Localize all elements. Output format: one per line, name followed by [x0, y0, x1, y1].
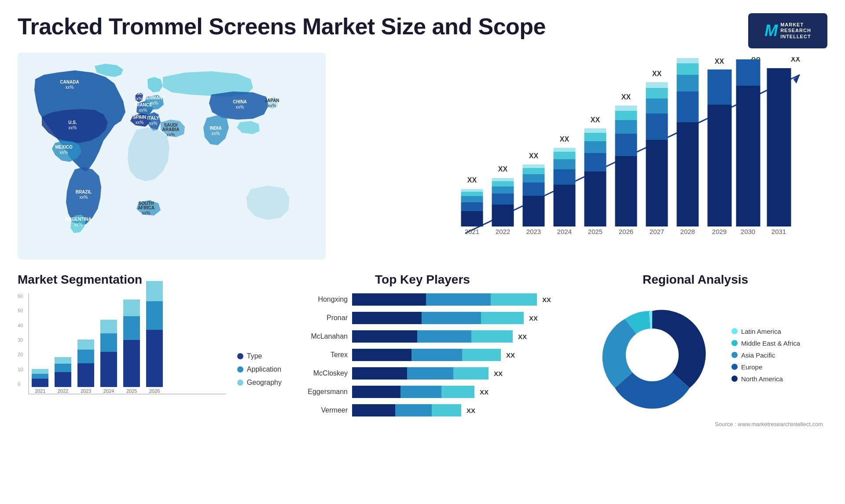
map-section: CANADA xx% U.S. xx% MEXICO xx% BRAZIL xx…: [18, 53, 420, 264]
player-name-terex: Terex: [290, 351, 348, 359]
logo-line2: RESEARCH: [780, 28, 811, 33]
player-xx-mclanahan: XX: [518, 333, 527, 340]
svg-text:MEXICO: MEXICO: [55, 145, 73, 150]
application-dot: [237, 366, 243, 373]
player-row-terex: Terex XX: [290, 349, 555, 361]
legend-application-label: Application: [247, 365, 281, 373]
svg-rect-44: [492, 186, 514, 194]
svg-text:xx%: xx%: [149, 121, 158, 126]
player-row-eggersmann: Eggersmann XX: [290, 386, 555, 398]
svg-rect-70: [615, 156, 637, 226]
svg-text:CANADA: CANADA: [60, 80, 79, 84]
svg-rect-67: [584, 128, 606, 133]
svg-rect-45: [492, 181, 514, 186]
svg-text:INDIA: INDIA: [209, 126, 221, 131]
player-bar-hongxing: XX: [352, 293, 555, 306]
svg-rect-86: [677, 75, 699, 91]
y-label-30: 30: [18, 337, 23, 343]
logo-line1: MARKET: [780, 22, 811, 28]
svg-text:xx%: xx%: [142, 211, 151, 215]
player-xx-mccloskey: XX: [494, 370, 503, 377]
player-name-mccloskey: McCloskey: [290, 369, 348, 377]
europe-label: Europe: [741, 363, 762, 371]
logo-letter: M: [764, 22, 778, 40]
north-america-dot: [731, 376, 738, 382]
svg-rect-59: [554, 152, 576, 159]
svg-rect-52: [523, 168, 545, 174]
player-xx-vermeer: XX: [467, 407, 475, 414]
player-bar-vermeer: XX: [352, 404, 555, 416]
world-map: CANADA xx% U.S. xx% MEXICO xx% BRAZIL xx…: [18, 53, 420, 264]
players-title: Top Key Players: [290, 273, 555, 287]
svg-text:XX: XX: [652, 70, 662, 77]
svg-text:xx%: xx%: [134, 96, 143, 101]
svg-text:BRAZIL: BRAZIL: [76, 190, 92, 194]
legend-type: Type: [237, 352, 282, 360]
type-dot: [237, 353, 243, 359]
svg-text:CHINA: CHINA: [233, 99, 247, 104]
player-bar-pronar: XX: [352, 312, 555, 324]
svg-rect-85: [677, 91, 699, 122]
svg-rect-42: [492, 205, 514, 226]
svg-text:2024: 2024: [557, 228, 572, 235]
svg-rect-56: [554, 185, 576, 226]
logo: M MARKET RESEARCH INTELLECT: [748, 13, 827, 48]
svg-text:XX: XX: [683, 57, 693, 58]
svg-rect-74: [615, 106, 637, 111]
donut-svg: [591, 293, 714, 416]
svg-text:XX: XX: [791, 57, 801, 63]
svg-rect-53: [523, 164, 545, 168]
seg-bar-2021: 2021: [29, 369, 51, 394]
svg-rect-36: [461, 202, 483, 211]
player-row-mccloskey: McCloskey XX: [290, 367, 555, 380]
seg-bar-2022: 2022: [52, 357, 74, 394]
svg-text:xx%: xx%: [268, 103, 276, 108]
svg-text:XX: XX: [498, 165, 508, 173]
svg-rect-80: [646, 88, 668, 99]
svg-text:XX: XX: [591, 116, 600, 124]
player-name-hongxing: Hongxing: [290, 296, 348, 303]
europe-dot: [731, 364, 738, 370]
legend-type-label: Type: [247, 352, 262, 360]
svg-rect-73: [615, 111, 637, 120]
svg-text:ARABIA: ARABIA: [162, 127, 180, 132]
svg-rect-77: [646, 140, 668, 226]
legend-geography-label: Geography: [247, 379, 282, 387]
svg-text:2028: 2028: [680, 228, 695, 235]
bar-chart-section: XX 2021 XX 2022 XX 2023: [425, 53, 827, 264]
seg-bar-2023: 2023: [75, 340, 97, 394]
player-row-hongxing: Hongxing XX: [290, 293, 555, 306]
seg-bar-2025: 2025: [121, 299, 143, 394]
y-label-40: 40: [18, 323, 23, 328]
svg-text:XX: XX: [621, 93, 631, 101]
middle-east-label: Middle East & Africa: [741, 340, 800, 347]
svg-text:SPAIN: SPAIN: [133, 115, 146, 120]
player-name-eggersmann: Eggersmann: [290, 388, 348, 396]
svg-rect-91: [708, 105, 732, 226]
regional-section: Regional Analysis: [563, 273, 827, 427]
svg-rect-46: [492, 178, 514, 181]
svg-text:U.K.: U.K.: [134, 91, 143, 96]
logo-line3: INTELLECT: [780, 34, 811, 40]
svg-rect-64: [584, 153, 606, 172]
svg-rect-78: [646, 113, 668, 140]
svg-text:XX: XX: [751, 57, 761, 61]
svg-text:U.S.: U.S.: [68, 120, 77, 125]
svg-text:ARGENTINA: ARGENTINA: [65, 217, 91, 222]
svg-text:xx%: xx%: [167, 132, 175, 137]
legend-latin-america: Latin America: [731, 328, 800, 335]
svg-rect-38: [461, 192, 483, 196]
svg-text:ITALY: ITALY: [147, 116, 159, 121]
svg-text:xx%: xx%: [66, 85, 74, 90]
svg-text:2025: 2025: [588, 228, 603, 235]
y-label-20: 20: [18, 352, 23, 357]
svg-rect-50: [523, 183, 545, 196]
geography-dot: [237, 380, 243, 386]
player-bar-terex: XX: [352, 349, 555, 361]
player-bar-mclanahan: XX: [352, 330, 555, 343]
svg-text:2022: 2022: [496, 228, 510, 235]
logo-area: M MARKET RESEARCH INTELLECT: [748, 13, 827, 48]
legend-middle-east: Middle East & Africa: [731, 340, 800, 347]
svg-text:XX: XX: [529, 152, 539, 160]
svg-rect-66: [584, 133, 606, 141]
